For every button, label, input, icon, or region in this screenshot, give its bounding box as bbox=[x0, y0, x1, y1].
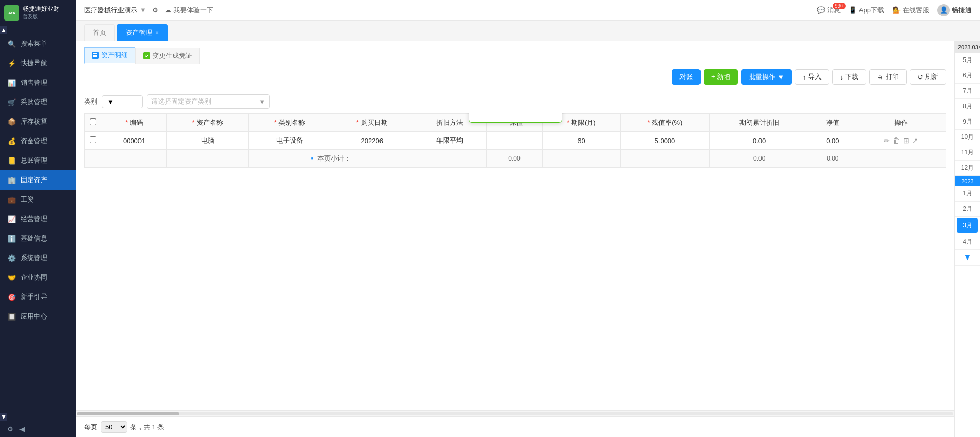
calendar-scroll-down[interactable]: ▼ bbox=[955, 250, 980, 266]
content-wrapper: 资产明细 变更生成凭证 对账 + 新增 bbox=[76, 41, 980, 437]
sidebar-item-quick-nav[interactable]: ⚡ 快捷导航 bbox=[0, 53, 76, 73]
duizhang-button[interactable]: 对账 bbox=[672, 69, 701, 85]
collapse-footer-icon[interactable]: ◀ bbox=[19, 425, 25, 433]
new-button[interactable]: + 新增 bbox=[704, 69, 738, 85]
more-row-icon[interactable]: ↗ bbox=[912, 136, 918, 145]
success-check-icon: ✓ bbox=[479, 113, 487, 116]
sidebar-item-info[interactable]: ℹ️ 基础信息 bbox=[0, 229, 76, 248]
experience-btn[interactable]: ☁ 我要体验一下 bbox=[165, 6, 213, 15]
horizontal-scrollbar[interactable] bbox=[76, 410, 954, 416]
import-button[interactable]: ↑ 导入 bbox=[795, 69, 829, 85]
row-checkbox[interactable] bbox=[90, 136, 96, 143]
user-menu[interactable]: 👤 畅捷通 bbox=[937, 4, 972, 16]
avatar-icon: 👤 bbox=[939, 6, 948, 14]
hscroll-track bbox=[77, 412, 953, 415]
sidebar-scroll-up[interactable]: ▲ bbox=[0, 26, 7, 34]
calendar-month-8[interactable]: 8月 bbox=[955, 99, 980, 114]
calendar-month-4[interactable]: 4月 bbox=[955, 234, 980, 250]
sidebar-item-guide[interactable]: 🎯 新手引导 bbox=[0, 287, 76, 307]
per-page-select[interactable]: 50 100 bbox=[101, 421, 127, 433]
info-icon: ℹ️ bbox=[7, 234, 16, 243]
cloud-icon: ☁ bbox=[165, 6, 171, 14]
sidebar-footer: ⚙ ◀ bbox=[0, 421, 76, 437]
app-download-btn[interactable]: 📱 App下载 bbox=[849, 6, 884, 15]
sidebar-item-funds[interactable]: 💰 资金管理 bbox=[0, 131, 76, 151]
tab-home[interactable]: 首页 bbox=[84, 24, 115, 41]
subtab-asset-detail[interactable]: 资产明细 bbox=[84, 47, 135, 64]
sidebar-item-label: 搜索菜单 bbox=[21, 39, 47, 48]
copy-row-icon[interactable]: ⊞ bbox=[903, 136, 909, 145]
sidebar-item-search[interactable]: 🔍 搜索菜单 bbox=[0, 34, 76, 53]
calendar-month-11[interactable]: 11月 bbox=[955, 145, 980, 161]
calendar-month-1[interactable]: 1月 bbox=[955, 186, 980, 202]
company-selector[interactable]: 医疗器械行业演示 ▼ bbox=[84, 6, 146, 15]
calendar-month-5[interactable]: 5月 bbox=[955, 53, 980, 68]
import-icon: ↑ bbox=[803, 73, 806, 81]
download-label: 下载 bbox=[845, 72, 858, 82]
calendar-month-6[interactable]: 6月 bbox=[955, 68, 980, 84]
table-body: 000001 电脑 电子设备 202206 年限平均 60 5.0000 0.0… bbox=[85, 132, 946, 168]
edit-row-icon[interactable]: ✏ bbox=[884, 136, 890, 145]
sidebar-scroll-down[interactable]: ▼ bbox=[0, 413, 7, 421]
per-page-label: 每页 bbox=[84, 423, 97, 432]
tab-close-icon[interactable]: × bbox=[155, 29, 159, 36]
delete-row-icon[interactable]: 🗑 bbox=[893, 136, 900, 145]
sidebar-item-management[interactable]: 📈 经营管理 bbox=[0, 209, 76, 229]
refresh-button[interactable]: ↺ 刷新 bbox=[910, 69, 946, 85]
calendar-month-9[interactable]: 9月 bbox=[955, 114, 980, 130]
print-button[interactable]: 🖨 打印 bbox=[869, 69, 907, 85]
sidebar-item-salary[interactable]: 💼 工资 bbox=[0, 190, 76, 209]
select-all-checkbox[interactable] bbox=[90, 118, 96, 125]
company-name: 医疗器械行业演示 bbox=[84, 6, 137, 15]
calendar-month-3-current[interactable]: 3月 bbox=[957, 218, 978, 233]
sidebar-item-assets[interactable]: 🏢 固定资产 bbox=[0, 170, 76, 190]
settings-footer-icon[interactable]: ⚙ bbox=[7, 425, 13, 433]
calendar-month-10[interactable]: 10月 bbox=[955, 130, 980, 145]
calendar-month-2[interactable]: 2月 bbox=[955, 202, 980, 217]
salary-icon: 💼 bbox=[7, 195, 16, 204]
filter-asset-category-input[interactable]: 请选择固定资产类别 ▼ bbox=[147, 94, 270, 109]
subtotal-initial-dep: 0.00 bbox=[710, 150, 809, 168]
toast-message: 清理固定资产成功！ bbox=[491, 113, 551, 115]
online-service-btn[interactable]: 💁 在线客服 bbox=[892, 6, 929, 15]
search-icon: 🔍 bbox=[7, 39, 16, 48]
download-button[interactable]: ↓ 下载 bbox=[832, 69, 867, 85]
filter-category-select[interactable]: ▼ bbox=[102, 95, 143, 108]
sales-icon: 📊 bbox=[7, 78, 16, 87]
calendar-panel: 2023.03 × ⤢ 5月 6月 7月 8月 9月 10月 11月 12月 2… bbox=[954, 41, 980, 437]
calendar-header: 2023.03 × ⤢ bbox=[955, 41, 980, 53]
sidebar-item-ledger[interactable]: 📒 总账管理 bbox=[0, 151, 76, 170]
sidebar-item-apps[interactable]: 🔲 应用中心 bbox=[0, 307, 76, 326]
tab-assets[interactable]: 资产管理 × bbox=[117, 24, 168, 41]
sidebar-item-label: 工资 bbox=[21, 195, 34, 204]
hscroll-thumb[interactable] bbox=[77, 412, 179, 415]
subtab-generate-voucher[interactable]: 变更生成凭证 bbox=[135, 48, 200, 64]
topbar-gear-icon[interactable]: ⚙ bbox=[152, 6, 158, 14]
sidebar-item-inventory[interactable]: 📦 库存核算 bbox=[0, 112, 76, 131]
row-actions-cell: ✏ 🗑 ⊞ ↗ bbox=[856, 132, 946, 150]
calendar-month-12[interactable]: 12月 bbox=[955, 161, 980, 176]
subtotal-row: ▪ 本页小计： 0.00 0.00 0.00 bbox=[85, 150, 946, 168]
sidebar-item-label: 快捷导航 bbox=[21, 58, 47, 68]
duizhang-label: 对账 bbox=[679, 72, 693, 82]
sidebar-item-purchase[interactable]: 🛒 采购管理 bbox=[0, 92, 76, 112]
logo: AtA 畅捷通好业财 普及版 bbox=[4, 5, 72, 21]
row-code: 000001 bbox=[102, 132, 167, 150]
row-original-value bbox=[486, 132, 542, 150]
sidebar-item-sales[interactable]: 📊 销售管理 bbox=[0, 73, 76, 92]
sidebar-item-collab[interactable]: 🤝 企业协同 bbox=[0, 268, 76, 287]
subtabs: 资产明细 变更生成凭证 bbox=[76, 41, 954, 64]
calendar-month-7[interactable]: 7月 bbox=[955, 84, 980, 99]
sidebar-item-label: 资金管理 bbox=[21, 136, 47, 146]
refresh-label: 刷新 bbox=[925, 72, 938, 82]
sidebar-item-system[interactable]: ⚙️ 系统管理 bbox=[0, 248, 76, 268]
message-icon: 💬 bbox=[817, 6, 825, 14]
topbar: 医疗器械行业演示 ▼ ⚙ ☁ 我要体验一下 💬 消息 99+ 📱 App下载 💁… bbox=[76, 0, 980, 21]
new-label: + 新增 bbox=[711, 72, 730, 82]
tabs-bar: 首页 资产管理 × bbox=[76, 21, 980, 41]
messages-btn[interactable]: 💬 消息 99+ bbox=[817, 6, 841, 15]
logo-text: 畅捷通好业财 bbox=[23, 5, 59, 13]
batch-ops-button[interactable]: 批量操作 ▼ bbox=[741, 69, 792, 85]
subtotal-empty2 bbox=[167, 150, 249, 168]
sidebar-item-label: 系统管理 bbox=[21, 253, 47, 263]
